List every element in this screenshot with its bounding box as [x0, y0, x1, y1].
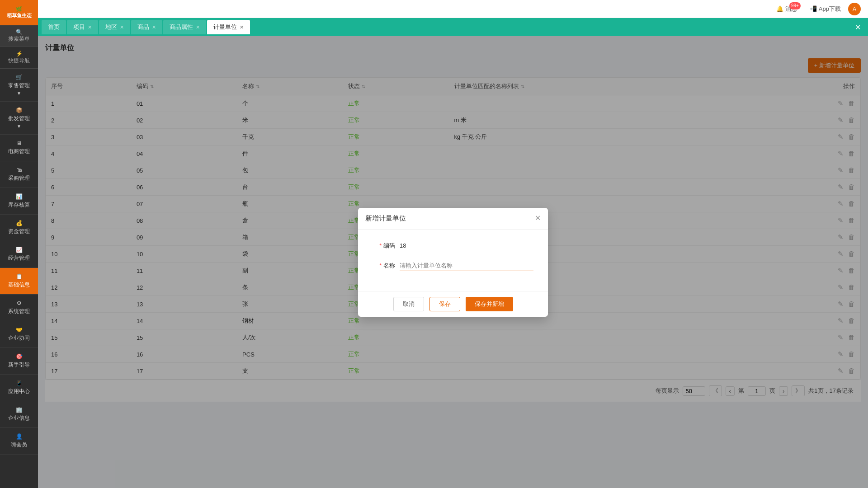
retail-icon: 🛒 — [16, 74, 23, 80]
enterprise-icon: 🤝 — [16, 327, 23, 333]
app-center-icon: 📱 — [16, 380, 23, 386]
search-icon: 🔍 — [2, 29, 36, 35]
tabbar: 首页 项目 ✕ 地区 ✕ 商品 ✕ 商品属性 ✕ 计量单位 ✕ ✕ — [38, 18, 868, 36]
sidebar-item-retail[interactable]: 🛒 零售管理 ▼ — [0, 69, 38, 102]
ecommerce-icon: 🖥 — [16, 140, 22, 146]
basic-info-icon: 📋 — [16, 273, 23, 280]
close-all-tabs-button[interactable]: ✕ — [851, 23, 864, 32]
name-label: 名称 — [373, 262, 400, 270]
logo-icon: 🌿 — [16, 6, 22, 12]
modal-title: 新增计量单位 — [365, 214, 406, 223]
tab-unit[interactable]: 计量单位 ✕ — [207, 20, 250, 34]
retail-arrow-icon: ▼ — [17, 91, 21, 96]
sidebar-quick-nav[interactable]: ⚡ 快捷导航 — [0, 47, 38, 69]
sidebar-item-system[interactable]: ⚙ 系统管理 — [0, 295, 38, 321]
tab-project-close[interactable]: ✕ — [88, 24, 92, 30]
sidebar-item-basic-info[interactable]: 📋 基础信息 — [0, 268, 38, 295]
sidebar-item-member[interactable]: 👤 嗨会员 — [0, 428, 38, 455]
sidebar-logo: 🌿 稻草鱼生态 — [0, 0, 38, 25]
add-unit-modal: 新增计量单位 ✕ 编码 名称 取消 保存 保存并新增 — [358, 208, 548, 317]
tab-product[interactable]: 商品 ✕ — [131, 20, 162, 34]
notification-badge: 99+ — [789, 2, 801, 9]
modal-overlay: 新增计量单位 ✕ 编码 名称 取消 保存 保存并新增 — [38, 36, 868, 488]
finance-icon: 💰 — [16, 220, 23, 226]
inventory-icon: 📊 — [16, 193, 23, 200]
modal-body: 编码 名称 — [358, 230, 548, 291]
topbar-right: 🔔 消息 99+ 📲 App下载 A — [776, 3, 861, 15]
newbie-icon: 🎯 — [16, 353, 23, 360]
modal-footer: 取消 保存 保存并新增 — [358, 291, 548, 317]
sidebar: 🌿 稻草鱼生态 🔍 搜索菜单 ⚡ 快捷导航 🛒 零售管理 ▼ 📦 批发管理 ▼ … — [0, 0, 38, 488]
save-new-button[interactable]: 保存并新增 — [466, 297, 513, 311]
logo-text: 稻草鱼生态 — [7, 12, 32, 19]
sidebar-item-enterprise-info[interactable]: 🏢 企业信息 — [0, 401, 38, 428]
tab-product-attr-close[interactable]: ✕ — [196, 24, 200, 30]
sidebar-item-purchase[interactable]: 🛍 采购管理 — [0, 161, 38, 188]
cancel-button[interactable]: 取消 — [393, 297, 424, 311]
topbar: 🔔 消息 99+ 📲 App下载 A — [38, 0, 868, 18]
sidebar-item-operation[interactable]: 📈 经营管理 — [0, 241, 38, 268]
user-avatar[interactable]: A — [848, 3, 861, 15]
enterprise-info-icon: 🏢 — [16, 407, 23, 413]
app-download-label: App下载 — [819, 5, 841, 13]
code-label: 编码 — [373, 242, 400, 250]
wholesale-icon: 📦 — [16, 107, 23, 113]
modal-close-button[interactable]: ✕ — [535, 215, 541, 222]
quick-nav-icon: ⚡ — [2, 51, 36, 57]
tab-unit-close[interactable]: ✕ — [240, 24, 244, 30]
notification-button[interactable]: 🔔 消息 99+ — [776, 5, 797, 13]
system-icon: ⚙ — [17, 300, 22, 306]
sidebar-item-ecommerce[interactable]: 🖥 电商管理 — [0, 135, 38, 161]
name-form-row: 名称 — [373, 260, 533, 271]
wholesale-arrow-icon: ▼ — [17, 124, 21, 129]
code-form-row: 编码 — [373, 240, 533, 251]
tab-region-close[interactable]: ✕ — [120, 24, 124, 30]
tab-region-label: 地区 — [105, 23, 117, 31]
name-input[interactable] — [400, 260, 533, 271]
sidebar-item-inventory[interactable]: 📊 库存核算 — [0, 188, 38, 215]
tab-product-close[interactable]: ✕ — [152, 24, 156, 30]
sidebar-item-enterprise[interactable]: 🤝 企业协同 — [0, 321, 38, 348]
tab-project[interactable]: 项目 ✕ — [67, 20, 98, 34]
tab-product-attr[interactable]: 商品属性 ✕ — [163, 20, 206, 34]
tab-home[interactable]: 首页 — [42, 20, 66, 34]
content-area: 计量单位 + 新增计量单位 序号 编码⇅ 名称⇅ 状态⇅ 计量单位匹配的名称列表… — [38, 36, 868, 488]
code-input[interactable] — [400, 240, 533, 251]
bell-icon: 🔔 — [776, 5, 783, 12]
purchase-icon: 🛍 — [16, 167, 22, 173]
tab-product-label: 商品 — [137, 23, 149, 31]
sidebar-item-wholesale[interactable]: 📦 批发管理 ▼ — [0, 102, 38, 135]
tab-product-attr-label: 商品属性 — [170, 23, 193, 31]
avatar-icon: A — [853, 6, 856, 12]
tab-home-label: 首页 — [48, 23, 60, 31]
modal-header: 新增计量单位 ✕ — [358, 208, 548, 230]
operation-icon: 📈 — [16, 247, 23, 253]
sidebar-item-app-center[interactable]: 📱 应用中心 — [0, 375, 38, 401]
sidebar-search-label: 搜索菜单 — [2, 35, 36, 43]
tab-region[interactable]: 地区 ✕ — [99, 20, 130, 34]
sidebar-item-newbie[interactable]: 🎯 新手引导 — [0, 348, 38, 375]
app-download-button[interactable]: 📲 App下载 — [810, 5, 841, 13]
download-icon: 📲 — [810, 5, 817, 12]
main-area: 🔔 消息 99+ 📲 App下载 A 首页 项目 ✕ 地区 ✕ 商品 — [38, 0, 868, 488]
sidebar-search[interactable]: 🔍 搜索菜单 — [0, 25, 38, 47]
tab-project-label: 项目 — [73, 23, 85, 31]
save-button[interactable]: 保存 — [429, 297, 460, 311]
sidebar-item-finance[interactable]: 💰 资金管理 — [0, 215, 38, 241]
tab-unit-label: 计量单位 — [213, 23, 237, 31]
member-icon: 👤 — [16, 433, 23, 440]
